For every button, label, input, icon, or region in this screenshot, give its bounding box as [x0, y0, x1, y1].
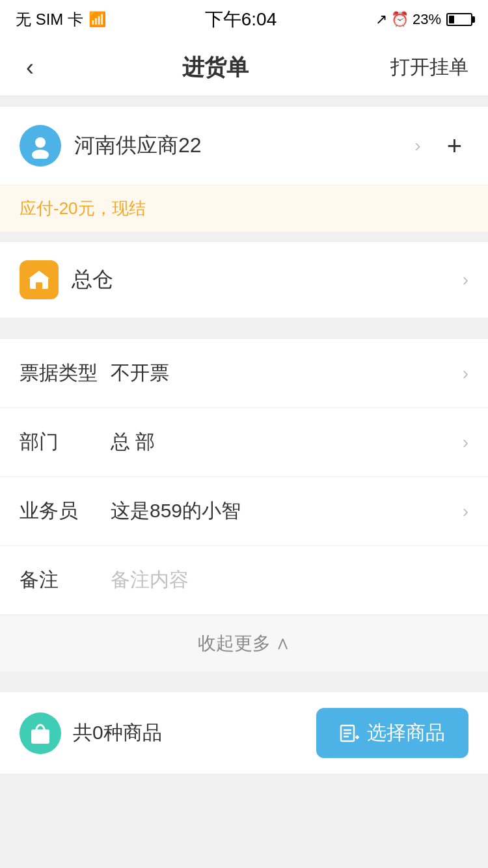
svg-rect-4	[36, 282, 42, 289]
status-time: 下午6:04	[205, 7, 277, 32]
notice-text: 应付-20元，现结	[20, 198, 146, 218]
warehouse-icon-bg	[20, 260, 59, 299]
invoice-type-row[interactable]: 票据类型 不开票 ›	[0, 339, 488, 408]
select-product-icon	[340, 723, 360, 744]
supplier-avatar	[20, 125, 61, 167]
notice-bar: 应付-20元，现结	[0, 185, 488, 232]
invoice-type-chevron: ›	[463, 363, 468, 384]
back-button[interactable]: ‹	[20, 47, 40, 88]
department-label: 部门	[20, 429, 104, 455]
salesperson-chevron: ›	[463, 501, 468, 522]
remark-row[interactable]: 备注 备注内容	[0, 546, 488, 615]
salesperson-value: 这是859的小智	[104, 498, 463, 524]
invoice-type-label: 票据类型	[20, 360, 104, 387]
status-bar: 无 SIM 卡 📶 下午6:04 ↗ ⏰ 23%	[0, 0, 488, 39]
svg-point-0	[35, 137, 46, 148]
battery-icon	[446, 13, 472, 26]
carrier-text: 无 SIM 卡	[16, 9, 83, 30]
section-divider-4	[0, 671, 488, 682]
section-divider-1	[0, 96, 488, 107]
department-row[interactable]: 部门 总 部 ›	[0, 408, 488, 477]
remark-label: 备注	[20, 567, 104, 593]
add-supplier-button[interactable]: +	[441, 131, 468, 161]
nav-bar: ‹ 进货单 打开挂单	[0, 39, 488, 96]
svg-rect-5	[31, 729, 49, 744]
svg-point-1	[32, 150, 49, 159]
invoice-type-value: 不开票	[104, 360, 463, 387]
remark-placeholder: 备注内容	[104, 567, 468, 593]
supplier-chevron-icon: ›	[414, 135, 420, 156]
supplier-name: 河南供应商22	[74, 131, 414, 160]
warehouse-label: 总仓	[72, 265, 463, 294]
section-divider-2	[0, 232, 488, 242]
select-product-label: 选择商品	[367, 720, 445, 746]
supplier-row[interactable]: 河南供应商22 › +	[0, 107, 488, 185]
person-icon	[27, 133, 53, 159]
battery-text: 23%	[413, 11, 441, 28]
department-chevron: ›	[463, 432, 468, 453]
salesperson-row[interactable]: 业务员 这是859的小智 ›	[0, 477, 488, 546]
products-icon-bg	[20, 712, 61, 754]
wifi-icon: 📶	[88, 11, 106, 28]
form-section: 票据类型 不开票 › 部门 总 部 › 业务员 这是859的小智 › 备注 备注…	[0, 339, 488, 615]
warehouse-icon	[27, 268, 51, 292]
warehouse-row[interactable]: 总仓 ›	[0, 242, 488, 318]
products-bar: 共0种商品 选择商品	[0, 692, 488, 774]
section-divider-3	[0, 318, 488, 329]
status-left: 无 SIM 卡 📶	[16, 9, 106, 30]
select-product-button[interactable]: 选择商品	[316, 708, 468, 758]
supplier-section: 河南供应商22 › + 应付-20元，现结	[0, 107, 488, 232]
warehouse-chevron-icon: ›	[463, 269, 468, 290]
page-title: 进货单	[182, 53, 249, 83]
collapse-label: 收起更多 ∧	[198, 633, 291, 653]
products-left: 共0种商品	[20, 712, 162, 754]
status-right: ↗ ⏰ 23%	[375, 11, 472, 28]
open-pending-button[interactable]: 打开挂单	[390, 54, 468, 81]
department-value: 总 部	[104, 429, 463, 455]
bottom-area	[0, 774, 488, 868]
collapse-bar[interactable]: 收起更多 ∧	[0, 615, 488, 671]
alarm-icon: ⏰	[391, 11, 409, 28]
shopping-bag-icon	[27, 720, 53, 746]
salesperson-label: 业务员	[20, 498, 104, 524]
location-icon: ↗	[375, 11, 387, 28]
products-count: 共0种商品	[73, 720, 162, 746]
svg-marker-3	[29, 271, 49, 278]
